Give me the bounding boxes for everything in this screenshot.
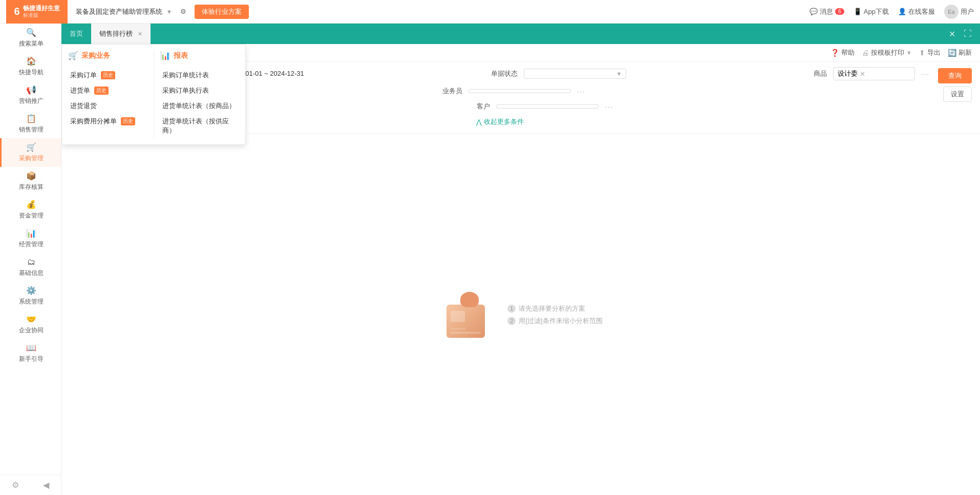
refresh-btn[interactable]: 🔄 刷新 <box>948 48 972 57</box>
sidebar-item-inventory[interactable]: 📦 库存核算 <box>0 167 61 196</box>
content-area: 1 请先选择要分析的方案 2 用[过滤]条件来缩小分析范围 <box>61 134 980 495</box>
dropdown-item-incoming-stats-supplier-label: 进货单统计表（按供应商） <box>162 117 238 135</box>
hint-item-2: 2 用[过滤]条件来缩小分析范围 <box>507 316 602 326</box>
system-title: 装备及固定资产辅助管理系统 <box>76 7 162 16</box>
user-action[interactable]: Ea 用户 <box>944 5 974 19</box>
dropdown-item-order-exec[interactable]: 采购订单执行表 <box>160 83 240 98</box>
brand-name: 畅捷通好生意 <box>23 5 60 12</box>
sidebar-item-marketing[interactable]: 📢 营销推广 <box>0 81 61 110</box>
tab-close-all-btn[interactable]: ✕ <box>946 28 958 40</box>
message-action[interactable]: 💬 消息 6 <box>809 7 844 16</box>
customer-select[interactable] <box>496 104 599 109</box>
dropdown-item-incoming-stats-goods[interactable]: 进货单统计表（按商品） <box>160 98 240 114</box>
sidebar-menu: 🔍 搜索菜单 🏠 快捷导航 📢 营销推广 📋 销售管理 🛒 采购管理 📦 <box>0 24 61 475</box>
sidebar-item-search[interactable]: 🔍 搜索菜单 <box>0 24 61 52</box>
dropdown-item-return[interactable]: 进货退货 <box>68 98 147 114</box>
app-download-label: App下载 <box>864 7 889 16</box>
top-nav-right: 💬 消息 6 📱 App下载 👤 在线客服 Ea 用户 <box>809 5 974 19</box>
dropdown-item-purchase-order-label: 采购订单 <box>70 71 97 80</box>
empty-hint-text: 1 请先选择要分析的方案 2 用[过滤]条件来缩小分析范围 <box>507 304 602 326</box>
sidebar-collapse-btn[interactable]: ◀ <box>43 480 49 490</box>
system-icon: ⚙️ <box>26 286 36 295</box>
user-label: 用户 <box>961 7 974 16</box>
dropdown-item-expense-label: 采购费用分摊单 <box>70 117 117 126</box>
system-dropdown-arrow[interactable]: ▼ <box>166 9 172 15</box>
message-label: 消息 <box>820 7 833 16</box>
salesperson-select[interactable] <box>468 89 571 93</box>
dropdown-item-order-stats-label: 采购订单统计表 <box>162 71 209 80</box>
industry-btn[interactable]: 体验行业方案 <box>195 5 249 19</box>
main-content: 首页 销售排行榜 ✕ 🛒 采购业务 采购订单 历史 <box>61 24 980 495</box>
tab-close-icon[interactable]: ✕ <box>138 31 142 37</box>
box-line2 <box>451 328 466 330</box>
hint-text-2: 用[过滤]条件来缩小分析范围 <box>519 316 602 326</box>
sidebar-item-operation-label: 经营管理 <box>19 240 44 249</box>
hint-text-1: 请先选择要分析的方案 <box>519 304 585 313</box>
sidebar-item-basic-label: 基础信息 <box>19 269 44 277</box>
sidebar-item-sales[interactable]: 📋 销售管理 <box>0 110 61 138</box>
dropdown-item-incoming-stats-supplier[interactable]: 进货单统计表（按供应商） <box>160 114 240 138</box>
dropdown-item-purchase-order[interactable]: 采购订单 历史 <box>68 68 147 83</box>
hint-num-2: 2 <box>507 317 516 325</box>
goods-tag-remove[interactable]: ✕ <box>860 70 865 78</box>
sidebar-settings-btn[interactable]: ⚙ <box>12 480 19 490</box>
setting-btn[interactable]: 设置 <box>943 87 972 102</box>
sidebar-item-quicknav[interactable]: 🏠 快捷导航 <box>0 52 61 81</box>
sidebar-item-basic[interactable]: 🗂 基础信息 <box>0 253 61 282</box>
sidebar-item-system[interactable]: ⚙️ 系统管理 <box>0 282 61 310</box>
hist-badge-purchase-order: 历史 <box>101 71 115 79</box>
sidebar-item-quicknav-label: 快捷导航 <box>19 68 44 77</box>
sidebar-item-system-label: 系统管理 <box>19 297 44 306</box>
dropdown-item-order-stats[interactable]: 采购订单统计表 <box>160 68 240 83</box>
doc-status-select[interactable]: ▼ <box>524 69 626 79</box>
message-icon: 💬 <box>809 8 818 15</box>
dropdown-item-order-exec-label: 采购订单执行表 <box>162 86 209 95</box>
reports-col: 📊 报表 采购订单统计表 采购订单执行表 进货单统计表（按商品） 进货单统计表（… <box>154 51 246 138</box>
query-btn[interactable]: 查询 <box>938 68 972 83</box>
reports-title: 📊 报表 <box>160 51 240 62</box>
sidebar-item-operation[interactable]: 📊 经营管理 <box>0 224 61 253</box>
box-face <box>460 292 479 307</box>
help-label: 帮助 <box>841 48 855 57</box>
help-btn[interactable]: ❓ 帮助 <box>830 48 855 57</box>
sidebar-item-guide[interactable]: 📖 新手引导 <box>0 339 61 368</box>
sidebar: 🔍 搜索菜单 🏠 快捷导航 📢 营销推广 📋 销售管理 🛒 采购管理 📦 <box>0 24 61 495</box>
dropdown-item-return-label: 进货退货 <box>70 101 97 111</box>
hist-badge-incoming: 历史 <box>94 87 109 95</box>
dropdown-item-incoming[interactable]: 进货单 历史 <box>68 83 147 98</box>
salesperson-more[interactable]: ··· <box>577 88 586 95</box>
help-icon: ❓ <box>830 49 839 57</box>
tab-sales-ranking[interactable]: 销售排行榜 ✕ <box>91 24 151 44</box>
salesperson-label: 业务员 <box>442 87 462 96</box>
print-label: 按模板打印 <box>871 48 904 57</box>
refresh-icon: 🔄 <box>948 49 956 57</box>
purchase-business-col: 🛒 采购业务 采购订单 历史 进货单 历史 进货退货 <box>62 51 154 138</box>
tab-home[interactable]: 首页 <box>61 24 91 44</box>
export-btn[interactable]: ⬆ 导出 <box>919 48 941 57</box>
sidebar-bottom: ⚙ ◀ <box>0 475 61 495</box>
goods-more[interactable]: ··· <box>921 70 930 78</box>
app-download-action[interactable]: 📱 App下载 <box>854 7 889 16</box>
customer-more[interactable]: ··· <box>605 103 613 111</box>
sidebar-item-purchase[interactable]: 🛒 采购管理 <box>0 138 61 167</box>
sidebar-item-enterprise[interactable]: 🤝 企业协同 <box>0 310 61 339</box>
inventory-icon: 📦 <box>26 171 36 181</box>
top-nav: 6 畅捷通好生意 标准版 装备及固定资产辅助管理系统 ▼ ⚙ 体验行业方案 💬 … <box>0 0 980 24</box>
layout: 🔍 搜索菜单 🏠 快捷导航 📢 营销推广 📋 销售管理 🛒 采购管理 📦 <box>0 24 980 495</box>
collapse-btn[interactable]: ⋀ 收起更多条件 <box>476 115 524 128</box>
online-service-action[interactable]: 👤 在线客服 <box>898 7 935 16</box>
dropdown-item-expense[interactable]: 采购费用分摊单 历史 <box>68 114 147 129</box>
doc-status-label: 单据状态 <box>491 69 518 78</box>
guide-icon: 📖 <box>26 343 36 353</box>
settings-icon[interactable]: ⚙ <box>176 5 190 19</box>
empty-state: 1 请先选择要分析的方案 2 用[过滤]条件来缩小分析范围 <box>439 292 602 338</box>
report-icon: 📊 <box>160 51 171 60</box>
print-template-btn[interactable]: 🖨 按模板打印 ▼ <box>862 48 912 57</box>
tab-maximize-btn[interactable]: ⛶ <box>961 28 975 39</box>
hint-item-1: 1 请先选择要分析的方案 <box>507 304 585 313</box>
empty-box-body <box>446 305 485 338</box>
finance-icon: 💰 <box>26 200 36 209</box>
sidebar-item-finance[interactable]: 💰 资金管理 <box>0 196 61 224</box>
goods-input[interactable]: 设计委 ✕ <box>833 67 915 80</box>
service-icon: 👤 <box>898 8 906 15</box>
